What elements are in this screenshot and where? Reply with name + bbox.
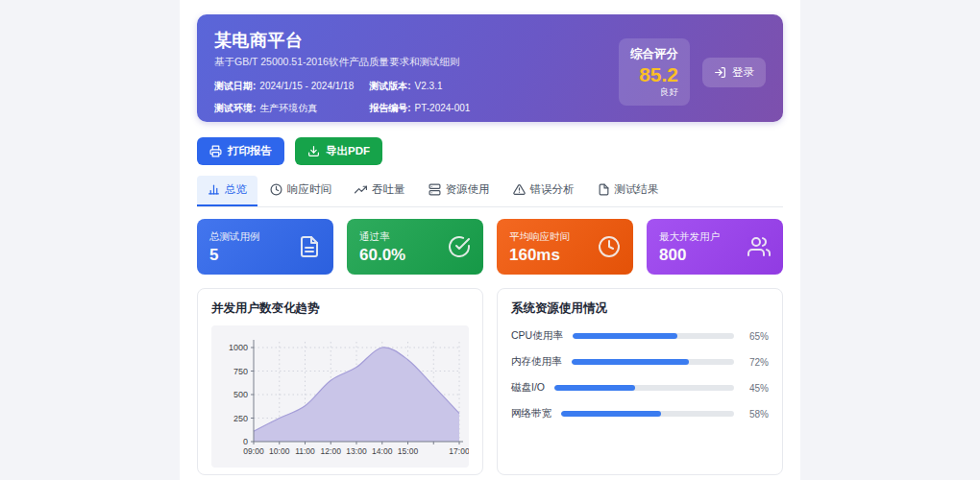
svg-text:10:00: 10:00	[269, 446, 290, 456]
progress-fill	[573, 333, 677, 339]
area-chart-svg: 0250500750100009:0010:0011:0012:0013:001…	[211, 326, 469, 467]
resource-row-network: 网络带宽 58%	[511, 407, 769, 420]
svg-text:500: 500	[233, 390, 248, 399]
bottom-panels: 并发用户数变化趋势 0250500750100009:0010:0011:001…	[197, 288, 783, 475]
clock-icon	[598, 235, 621, 258]
warning-icon	[513, 183, 526, 196]
chart-panel: 并发用户数变化趋势 0250500750100009:0010:0011:001…	[197, 288, 483, 475]
tab-throughput-label: 吞吐量	[372, 182, 405, 197]
progress-fill	[572, 359, 689, 365]
meta-test-version: 测试版本:V2.3.1	[369, 80, 470, 93]
report-toolbar: 打印报告 导出PDF	[197, 137, 783, 165]
resource-label: 磁盘I/O	[511, 381, 545, 395]
resource-percent: 72%	[742, 357, 769, 368]
page-title: 某电商平台	[214, 29, 470, 52]
tab-response-time[interactable]: 响应时间	[259, 176, 342, 206]
overall-score-box: 综合评分 85.2 良好	[619, 38, 690, 106]
progress-fill	[561, 411, 661, 417]
tab-test-results[interactable]: 测试结果	[587, 176, 670, 206]
report-header-actions: 综合评分 85.2 良好 登录	[619, 38, 766, 106]
chart-title: 并发用户数变化趋势	[211, 300, 469, 317]
report-tabs: 总览 响应时间 吞吐量 资源使用 错误分析 测试结果	[197, 176, 783, 207]
tab-error-analysis[interactable]: 错误分析	[502, 176, 585, 206]
bar-chart-icon	[208, 183, 220, 196]
svg-text:17:00: 17:00	[449, 446, 469, 456]
svg-text:0: 0	[243, 437, 248, 446]
svg-text:1000: 1000	[229, 343, 248, 352]
report-header: 某电商平台 基于GB/T 25000.51-2016软件产品质量要求和测试细则 …	[197, 14, 783, 122]
concurrent-users-chart: 0250500750100009:0010:0011:0012:0013:001…	[211, 325, 469, 468]
stat-card-max-concurrent-users: 最大并发用户800	[647, 219, 783, 275]
users-icon	[747, 235, 771, 258]
stat-label: 通过率	[359, 230, 405, 244]
export-pdf-button[interactable]: 导出PDF	[295, 137, 382, 165]
file-text-icon	[298, 235, 321, 258]
printer-icon	[209, 145, 222, 157]
svg-text:11:00: 11:00	[295, 446, 315, 456]
meta-test-env: 测试环境:生产环境仿真	[214, 102, 354, 115]
resource-label: 内存使用率	[511, 355, 562, 369]
resource-row-disk-io: 磁盘I/O 45%	[511, 381, 769, 395]
stat-card-avg-response: 平均响应时间160ms	[497, 219, 633, 275]
stat-value: 60.0%	[359, 247, 405, 263]
resource-rows: CPU使用率 65% 内存使用率 72% 磁盘I/O 45% 网络带宽	[511, 325, 769, 420]
svg-text:13:00: 13:00	[346, 446, 367, 456]
report-header-info: 某电商平台 基于GB/T 25000.51-2016软件产品质量要求和测试细则 …	[214, 29, 470, 115]
check-circle-icon	[448, 235, 471, 258]
svg-text:15:00: 15:00	[398, 446, 419, 456]
progress-bar	[561, 411, 734, 417]
svg-text:14:00: 14:00	[372, 446, 393, 456]
resource-percent: 45%	[742, 383, 769, 394]
tab-error-analysis-label: 错误分析	[530, 182, 575, 197]
stat-value: 5	[209, 247, 260, 263]
meta-test-date: 测试日期:2024/1/15 - 2024/1/18	[214, 80, 354, 93]
progress-bar	[573, 333, 734, 339]
stat-label: 最大并发用户	[659, 230, 720, 244]
report-page: 某电商平台 基于GB/T 25000.51-2016软件产品质量要求和测试细则 …	[180, 0, 800, 480]
svg-text:750: 750	[233, 367, 248, 376]
resource-label: 网络带宽	[511, 407, 551, 420]
resources-title: 系统资源使用情况	[511, 300, 769, 317]
report-meta: 测试日期:2024/1/15 - 2024/1/18 测试版本:V2.3.1 测…	[214, 80, 470, 115]
score-label: 综合评分	[630, 46, 678, 62]
progress-fill	[554, 385, 635, 391]
score-grade-badge: 良好	[630, 86, 678, 99]
stat-label: 平均响应时间	[509, 230, 570, 244]
tab-throughput[interactable]: 吞吐量	[344, 176, 416, 206]
svg-text:250: 250	[233, 414, 248, 423]
stat-cards: 总测试用例5 通过率60.0% 平均响应时间160ms 最大并发用户800	[197, 219, 783, 275]
tab-overview-label: 总览	[225, 182, 247, 197]
resources-panel: 系统资源使用情况 CPU使用率 65% 内存使用率 72% 磁盘I/O 45%	[497, 288, 783, 475]
clock-icon	[270, 183, 282, 196]
print-report-label: 打印报告	[228, 144, 272, 158]
print-report-button[interactable]: 打印报告	[197, 137, 284, 165]
resource-row-memory: 内存使用率 72%	[511, 355, 769, 369]
stat-value: 800	[659, 247, 720, 263]
progress-bar	[554, 385, 734, 391]
resource-percent: 65%	[742, 331, 769, 342]
resource-label: CPU使用率	[511, 329, 563, 343]
meta-report-number: 报告编号:PT-2024-001	[369, 102, 470, 115]
svg-text:09:00: 09:00	[243, 446, 264, 456]
resource-percent: 58%	[742, 409, 769, 420]
tab-response-time-label: 响应时间	[287, 182, 331, 197]
stat-card-pass-rate: 通过率60.0%	[347, 219, 483, 275]
progress-bar	[572, 359, 735, 365]
tab-resource-usage-label: 资源使用	[446, 182, 490, 197]
login-icon	[714, 66, 726, 79]
trend-up-icon	[355, 183, 367, 196]
svg-text:12:00: 12:00	[321, 446, 342, 456]
tab-test-results-label: 测试结果	[615, 182, 659, 197]
report-subtitle: 基于GB/T 25000.51-2016软件产品质量要求和测试细则	[214, 56, 470, 69]
export-pdf-label: 导出PDF	[326, 144, 370, 158]
download-icon	[307, 145, 320, 157]
stat-card-total-cases: 总测试用例5	[197, 219, 333, 275]
score-value: 85.2	[630, 63, 678, 85]
stat-label: 总测试用例	[209, 230, 260, 244]
tab-overview[interactable]: 总览	[197, 176, 257, 206]
tab-resource-usage[interactable]: 资源使用	[418, 176, 501, 206]
login-button[interactable]: 登录	[702, 58, 766, 87]
server-icon	[429, 183, 441, 196]
login-label: 登录	[732, 65, 754, 80]
document-icon	[598, 183, 610, 196]
